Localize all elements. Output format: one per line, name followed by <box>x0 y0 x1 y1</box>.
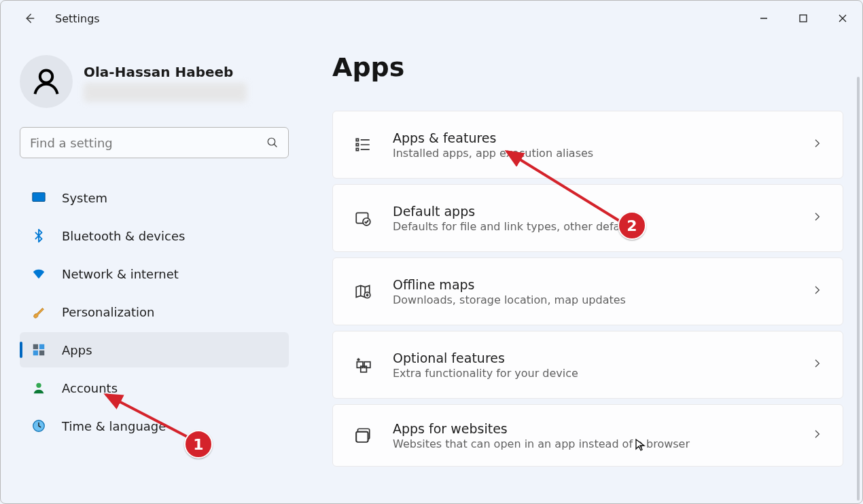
sidebar-item-label: Bluetooth & devices <box>62 229 185 243</box>
sidebar-item-label: Personalization <box>62 305 154 319</box>
card-title: Default apps <box>393 204 811 219</box>
user-text: Ola-Hassan Habeeb <box>84 61 289 102</box>
card-list: Apps & features Installed apps, app exec… <box>332 111 843 467</box>
svg-rect-8 <box>39 350 44 355</box>
svg-rect-11 <box>356 139 358 141</box>
page-title: Apps <box>332 52 851 82</box>
sidebar-item-time[interactable]: Time & language <box>20 408 289 444</box>
accounts-icon <box>31 380 47 396</box>
list-icon <box>353 135 372 154</box>
user-name: Ola-Hassan Habeeb <box>84 64 289 80</box>
system-icon <box>31 190 47 206</box>
card-subtitle: Extra functionality for your device <box>393 367 811 380</box>
optional-icon <box>353 355 372 374</box>
svg-rect-12 <box>356 143 358 145</box>
chevron-right-icon <box>811 211 822 225</box>
default-icon <box>353 209 372 228</box>
card-title: Optional features <box>393 350 811 365</box>
person-icon <box>31 67 61 96</box>
sidebar-item-network[interactable]: Network & internet <box>20 256 289 291</box>
wifi-icon <box>31 266 47 282</box>
sidebar-item-accounts[interactable]: Accounts <box>20 370 289 406</box>
svg-rect-7 <box>33 350 38 355</box>
card-subtitle: Installed apps, app execution aliases <box>393 147 811 160</box>
arrow-left-icon <box>23 12 35 24</box>
card-apps-for-websites[interactable]: Apps for websites Websites that can open… <box>332 404 843 467</box>
card-title: Apps & features <box>393 130 811 145</box>
svg-rect-21 <box>356 432 368 442</box>
svg-rect-3 <box>33 193 45 202</box>
chevron-right-icon <box>811 138 822 151</box>
user-profile[interactable]: Ola-Hassan Habeeb <box>20 55 289 108</box>
svg-rect-5 <box>33 344 38 349</box>
sidebar-item-system[interactable]: System <box>20 180 289 215</box>
map-icon <box>353 282 372 301</box>
card-apps-features[interactable]: Apps & features Installed apps, app exec… <box>332 111 843 179</box>
svg-rect-6 <box>39 344 44 349</box>
card-subtitle: Defaults for file and link types, other … <box>393 220 811 233</box>
nav-list: System Bluetooth & devices Network & int… <box>20 180 289 444</box>
user-email-redacted <box>84 83 247 102</box>
sidebar-item-bluetooth[interactable]: Bluetooth & devices <box>20 218 289 253</box>
sidebar-item-label: Time & language <box>62 419 166 433</box>
svg-point-9 <box>36 383 41 388</box>
close-button[interactable] <box>823 5 862 32</box>
search-box[interactable] <box>20 127 289 158</box>
sidebar-item-personalization[interactable]: Personalization <box>20 294 289 329</box>
sidebar-item-apps[interactable]: Apps <box>20 332 289 367</box>
window-icon <box>353 426 372 445</box>
chevron-right-icon <box>811 285 822 298</box>
card-optional-features[interactable]: Optional features Extra functionality fo… <box>332 331 843 399</box>
card-subtitle: Websites that can open in an app instead… <box>393 437 811 450</box>
apps-icon <box>31 342 47 358</box>
card-offline-maps[interactable]: Offline maps Downloads, storage location… <box>332 257 843 325</box>
sidebar-item-label: Accounts <box>62 381 118 395</box>
window-controls <box>744 5 862 32</box>
app-title: Settings <box>55 12 100 25</box>
card-subtitle: Downloads, storage location, map updates <box>393 293 811 306</box>
sidebar-item-label: Network & internet <box>62 267 179 281</box>
card-default-apps[interactable]: Default apps Defaults for file and link … <box>332 184 843 252</box>
clock-icon <box>31 418 47 434</box>
content-area: Apps Apps & features Installed apps, app… <box>300 36 862 503</box>
paintbrush-icon <box>31 304 47 320</box>
search-input[interactable] <box>30 136 266 150</box>
titlebar: Settings <box>1 1 862 36</box>
svg-point-1 <box>40 71 52 83</box>
sidebar-item-label: Apps <box>62 343 92 357</box>
sidebar-item-label: System <box>62 191 107 205</box>
back-button[interactable] <box>20 9 39 28</box>
scrollbar[interactable] <box>857 77 860 501</box>
search-icon <box>266 137 279 149</box>
minimize-button[interactable] <box>744 5 783 32</box>
sidebar: Ola-Hassan Habeeb System Bluetooth & dev… <box>1 36 300 503</box>
svg-rect-13 <box>356 148 358 150</box>
chevron-right-icon <box>811 429 822 442</box>
chevron-right-icon <box>811 358 822 372</box>
card-title: Apps for websites <box>393 421 811 436</box>
bluetooth-icon <box>31 228 47 244</box>
svg-rect-0 <box>800 15 807 22</box>
maximize-button[interactable] <box>783 5 823 32</box>
card-title: Offline maps <box>393 277 811 292</box>
avatar <box>20 55 73 108</box>
